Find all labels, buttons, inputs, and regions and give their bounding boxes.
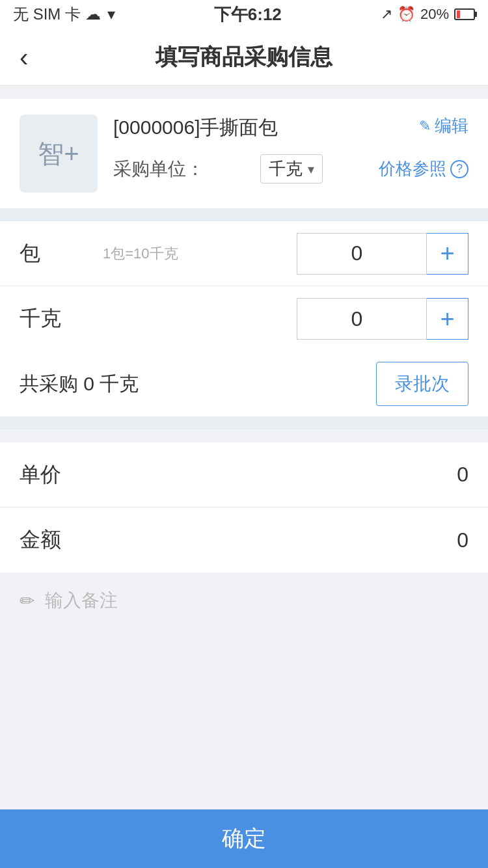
plus-button-bao[interactable]: + xyxy=(427,233,468,275)
price-value-amount: 0 xyxy=(457,528,468,552)
product-name: [0000006]手撕面包 xyxy=(113,115,278,141)
status-left: 无 SIM 卡 ☁ ▾ xyxy=(13,4,115,25)
alarm-icon: ⏰ xyxy=(398,6,415,23)
product-card: 智+ [0000006]手撕面包 ✎ 编辑 采购单位： 千克 ▾ 价格参照 ? xyxy=(0,99,488,208)
price-section: 单价 0 金额 0 xyxy=(0,442,488,573)
price-label-amount: 金额 xyxy=(20,526,61,554)
price-ref-button[interactable]: 价格参照 ? xyxy=(379,157,468,180)
page-title: 填写商品采购信息 xyxy=(156,42,332,72)
product-logo: 智+ xyxy=(38,136,79,172)
price-label-unit: 单价 xyxy=(20,461,61,489)
input-field-wrap-bao: + xyxy=(297,233,468,275)
price-row-amount: 金额 0 xyxy=(0,508,488,573)
pencil-icon: ✏ xyxy=(20,590,34,612)
confirm-button-label: 确定 xyxy=(222,824,266,854)
plus-button-kg[interactable]: + xyxy=(427,298,468,340)
purchase-unit-row: 采购单位： 千克 ▾ 价格参照 ? xyxy=(113,154,468,183)
batch-button[interactable]: 录批次 xyxy=(376,362,468,406)
price-row-unit: 单价 0 xyxy=(0,442,488,508)
battery-percent: 20% xyxy=(420,6,449,23)
product-info: [0000006]手撕面包 ✎ 编辑 采购单位： 千克 ▾ 价格参照 ? xyxy=(113,115,468,183)
summary-unit: 千克 xyxy=(100,373,139,394)
confirm-button[interactable]: 确定 xyxy=(0,809,488,868)
input-label-bao: 包 xyxy=(20,239,98,268)
location-icon: ↗ xyxy=(381,6,392,23)
summary-row: 共采购 0 千克 录批次 xyxy=(0,351,488,416)
section-divider-1 xyxy=(0,208,488,221)
sim-label: 无 SIM 卡 ☁ xyxy=(13,4,101,25)
notes-placeholder: 输入备注 xyxy=(45,588,118,613)
input-label-kg: 千克 xyxy=(20,305,98,333)
product-image: 智+ xyxy=(20,115,98,193)
notes-section[interactable]: ✏ 输入备注 xyxy=(0,573,488,629)
quantity-input-kg[interactable] xyxy=(297,298,427,340)
dropdown-arrow-icon: ▾ xyxy=(308,161,314,177)
edit-button[interactable]: ✎ 编辑 xyxy=(419,115,468,137)
help-icon: ? xyxy=(450,160,468,178)
input-section: 包 1包=10千克 + 千克 + xyxy=(0,221,488,351)
section-divider-2 xyxy=(0,416,488,429)
input-field-wrap-kg: + xyxy=(297,298,468,340)
status-time: 下午6:12 xyxy=(214,3,282,26)
input-row-bao: 包 1包=10千克 + xyxy=(0,221,488,286)
status-bar: 无 SIM 卡 ☁ ▾ 下午6:12 ↗ ⏰ 20% xyxy=(0,0,488,29)
wifi-icon: ▾ xyxy=(107,5,115,23)
price-value-unit: 0 xyxy=(457,463,468,487)
summary-amount: 0 xyxy=(83,373,94,394)
back-button[interactable]: ‹ xyxy=(20,44,28,70)
nav-bar: ‹ 填写商品采购信息 xyxy=(0,29,488,86)
quantity-input-bao[interactable] xyxy=(297,233,427,275)
summary-text: 共采购 0 千克 xyxy=(20,371,139,398)
input-row-kg: 千克 + xyxy=(0,286,488,351)
product-name-row: [0000006]手撕面包 ✎ 编辑 xyxy=(113,115,468,141)
edit-icon: ✎ xyxy=(419,118,431,135)
input-hint-bao: 1包=10千克 xyxy=(103,244,297,264)
unit-select[interactable]: 千克 ▾ xyxy=(260,154,323,183)
unit-prefix-label: 采购单位： xyxy=(113,157,204,182)
status-right: ↗ ⏰ 20% xyxy=(381,6,475,23)
battery-icon xyxy=(454,8,475,20)
